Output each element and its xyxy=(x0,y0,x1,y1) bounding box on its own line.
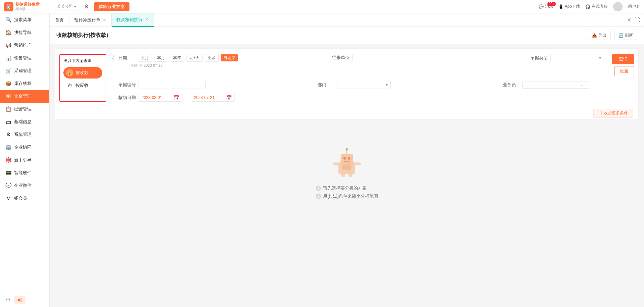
tip-text-1: 请先选择要分析的方案 xyxy=(323,185,367,191)
voucher-type-select[interactable]: ▾ xyxy=(550,54,604,62)
inventory-icon: 📦 xyxy=(5,81,11,87)
tip-text-2: 用[过滤]条件来缩小分析范围 xyxy=(323,193,378,199)
user-avatar[interactable] xyxy=(613,2,623,11)
filter-left-panel: 按以下方案查询 💰 按收款 ⏱ 按应收 xyxy=(59,54,106,102)
sidebar-item-basic[interactable]: 🗃 基础信息 xyxy=(0,115,49,128)
dept-select[interactable]: ▾ xyxy=(337,81,391,89)
date-btn-more[interactable]: 更多 xyxy=(205,54,219,62)
svg-rect-10 xyxy=(348,173,353,177)
filter-collapse-button[interactable]: 《 xyxy=(109,54,116,102)
app-download-button[interactable]: 📱 App下载 xyxy=(558,4,580,9)
staff-more-icon[interactable]: ··· xyxy=(581,83,586,88)
marketing-icon: 📢 xyxy=(5,42,11,48)
sidebar-item-operations[interactable]: 📋 经营管理 xyxy=(0,103,49,115)
writeoff-date-range: 📅 — 📅 xyxy=(139,94,235,102)
sidebar-label-system: 系统管理 xyxy=(14,132,32,138)
sidebar-label-hardware: 智能硬件 xyxy=(14,170,32,176)
sidebar-label-purchase: 采购管理 xyxy=(14,68,32,74)
tip-number-2: 2 xyxy=(316,194,321,199)
writeoff-date-end-calendar-icon[interactable]: 📅 xyxy=(226,95,232,100)
sidebar-item-newbie[interactable]: 🎯 新手引导 xyxy=(0,154,49,166)
writeoff-date-end-wrap: 📅 xyxy=(191,94,235,102)
voucher-label: 单据编号 xyxy=(118,82,136,88)
filter-settings-button[interactable]: 设置 xyxy=(614,66,634,76)
tab-expand-icon[interactable]: ⛶ xyxy=(633,16,641,24)
export-icon: 📤 xyxy=(592,33,597,38)
page-title-bar: 收款核销执行(按收款) 📤 导出 🔄 刷新 xyxy=(50,27,644,44)
sidebar-item-hardware[interactable]: 📟 智能硬件 xyxy=(0,166,49,179)
tab-prepay-close[interactable]: ✕ xyxy=(102,17,107,23)
main-layout: 🔍 搜索菜单 🏠 快捷导航 📢 营销推广 📊 销售管理 🛒 采购管理 📦 库存核… xyxy=(0,13,644,307)
dept-label: 部门 xyxy=(318,82,334,88)
page-container: 收款核销执行(按收款) 📤 导出 🔄 刷新 按以下方案查询 xyxy=(50,27,644,307)
sidebar-label-finance: 资金管理 xyxy=(14,93,32,99)
date-custom-badge[interactable]: 自定义 xyxy=(221,54,238,61)
dept-dropdown-icon: ▾ xyxy=(386,83,388,87)
receipt-option-label: 按收款 xyxy=(75,70,89,76)
sidebar-label-inventory: 库存核算 xyxy=(14,81,32,87)
solution-button[interactable]: 体验行业方案 xyxy=(94,2,129,11)
sidebar-item-enterprise[interactable]: 🏢 企业协同 xyxy=(0,141,49,154)
date-hint: 不限 至 2023-07-26 xyxy=(130,63,162,68)
tab-receipt-writeoff[interactable]: 收款核销执行 ✕ xyxy=(112,13,154,27)
online-service-button[interactable]: 🎧 在线客服 xyxy=(585,4,608,9)
mobile-icon: 📱 xyxy=(558,4,564,9)
date-btn-this-year[interactable]: 本年 xyxy=(170,54,184,62)
sidebar-item-system[interactable]: ⚙ 系统管理 xyxy=(0,128,49,141)
filter-option-by-receivable[interactable]: ⏱ 按应收 xyxy=(63,80,102,91)
refresh-button[interactable]: 🔄 刷新 xyxy=(614,31,637,40)
partner-filter-group: 往来单位 ··· xyxy=(332,54,436,61)
filter-option-by-receipt[interactable]: 💰 按收款 xyxy=(63,67,102,79)
tab-prepay[interactable]: 预付冲应付单 ✕ xyxy=(69,13,112,27)
export-button[interactable]: 📤 导出 xyxy=(588,31,611,40)
messages-badge: 99+ xyxy=(547,2,556,6)
refresh-icon: 🔄 xyxy=(619,33,624,38)
purchase-icon: 🛒 xyxy=(5,68,11,74)
tab-close-all-icon[interactable]: ✕ xyxy=(626,15,633,24)
staff-input[interactable] xyxy=(525,83,579,87)
sales-icon: 📊 xyxy=(5,55,11,61)
sidebar-item-inventory[interactable]: 📦 库存核算 xyxy=(0,77,49,90)
partner-input[interactable] xyxy=(355,55,426,60)
content-area: 首页 预付冲应付单 ✕ 收款核销执行 ✕ ✕ ⛶ 收款核销执行(按收款) xyxy=(50,13,644,307)
sidebar-item-sales[interactable]: 📊 销售管理 xyxy=(0,52,49,64)
sidebar-item-search-menu[interactable]: 🔍 搜索菜单 xyxy=(0,13,49,26)
sidebar-settings-icon[interactable]: ⚙ xyxy=(5,296,11,303)
sidebar-item-member[interactable]: V 畅会员 xyxy=(0,192,49,205)
tab-home[interactable]: 首页 xyxy=(50,13,69,27)
company-dropdown-icon[interactable]: ▾ xyxy=(74,4,76,9)
writeoff-date-start-calendar-icon[interactable]: 📅 xyxy=(174,95,179,100)
settings-gear-button[interactable]: ⚙ xyxy=(82,2,91,11)
svg-rect-6 xyxy=(355,162,361,165)
date-btn-7days[interactable]: 近7天 xyxy=(186,54,203,62)
wechat-icon: 💬 xyxy=(5,183,11,189)
sidebar-collapse-button[interactable]: ◀‖ xyxy=(14,296,25,304)
sidebar-label-search-menu: 搜索菜单 xyxy=(14,17,32,23)
voucher-input[interactable] xyxy=(139,81,206,89)
sidebar-item-finance[interactable]: 💴 资金管理 xyxy=(0,90,49,103)
date-btn-this-month[interactable]: 本月 xyxy=(154,54,168,62)
partner-more-icon[interactable]: ··· xyxy=(428,55,433,60)
date-quick-buttons: 上月 本月 本年 近7天 更多 自定义 xyxy=(138,54,238,62)
home-icon: 🏠 xyxy=(5,30,11,36)
sidebar-item-marketing[interactable]: 📢 营销推广 xyxy=(0,39,49,52)
filter-row-1: 日期 上月 本月 本年 近7天 更多 自定义 不限 至 2 xyxy=(118,54,634,76)
tab-receipt-writeoff-close[interactable]: ✕ xyxy=(145,17,149,22)
query-button[interactable]: 查询 xyxy=(612,54,634,64)
svg-rect-1 xyxy=(341,154,353,163)
robot-svg xyxy=(330,146,364,180)
tab-receipt-writeoff-label: 收款核销执行 xyxy=(116,17,143,23)
messages-button[interactable]: 💬 消息 99+ xyxy=(539,4,553,9)
sidebar-item-purchase[interactable]: 🛒 采购管理 xyxy=(0,64,49,77)
svg-point-3 xyxy=(348,157,351,160)
collapse-more-button[interactable]: 《 收起更多条件 xyxy=(593,109,633,118)
date-btn-last-month[interactable]: 上月 xyxy=(138,54,152,62)
finance-icon: 💴 xyxy=(5,93,11,99)
filter-right-form: 日期 上月 本月 本年 近7天 更多 自定义 不限 至 2 xyxy=(118,54,634,102)
sidebar-label-wechat: 企业微信 xyxy=(14,183,32,189)
sidebar-item-quick-nav[interactable]: 🏠 快捷导航 xyxy=(0,26,49,39)
writeoff-date-start-input[interactable] xyxy=(142,95,172,100)
writeoff-date-end-input[interactable] xyxy=(194,95,224,100)
sidebar-item-wechat[interactable]: 💬 企业微信 xyxy=(0,179,49,192)
company-selector[interactable]: 某某公司 ▾ xyxy=(54,3,79,10)
